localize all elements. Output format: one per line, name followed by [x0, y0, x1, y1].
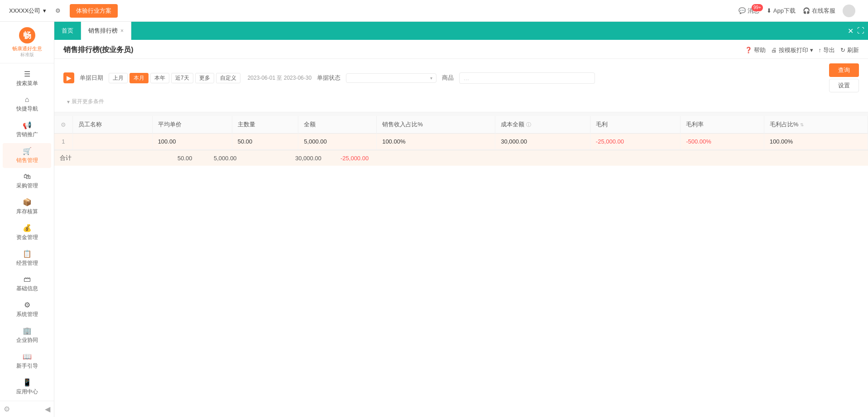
sidebar-item-label: 库存核算: [16, 208, 38, 216]
footer-label: 合计: [60, 154, 136, 162]
cell-total: 5,000.00: [298, 134, 377, 150]
status-label: 单据状态: [317, 74, 340, 82]
tab-bar-right: ✕ ⛶: [848, 27, 868, 35]
date-btn-上月[interactable]: 上月: [109, 73, 128, 83]
app-download-btn[interactable]: ⬇ App下载: [767, 7, 796, 15]
sidebar-item-label: 销售管理: [16, 157, 38, 164]
cost-info-icon[interactable]: ⓘ: [526, 122, 531, 127]
print-template-btn[interactable]: 🖨 按模板打印 ▾: [771, 46, 813, 54]
tab-close-icon[interactable]: ×: [120, 28, 124, 34]
avatar[interactable]: [843, 5, 855, 17]
sidebar-item-label: 系统管理: [16, 311, 38, 318]
sidebar-item-system[interactable]: ⚙ 系统管理: [3, 297, 51, 322]
date-btn-更多[interactable]: 更多: [195, 73, 214, 83]
sidebar-item-finance[interactable]: 💰 资金管理: [3, 220, 51, 245]
date-btn-近7天[interactable]: 近7天: [171, 73, 193, 83]
page-actions: ❓ 帮助 🖨 按模板打印 ▾ ↑ 导出 ↻ 刷新: [745, 46, 859, 54]
gross-pct-sort-icon[interactable]: ⇅: [800, 122, 804, 127]
sidebar-item-apps[interactable]: 📱 应用中心: [3, 374, 51, 399]
chevron-down-icon: ▾: [43, 7, 46, 14]
purchase-icon: 🛍: [24, 173, 31, 181]
trial-button[interactable]: 体验行业方案: [70, 4, 118, 18]
help-btn[interactable]: ❓ 帮助: [745, 46, 766, 54]
footer-total: 5,000.00: [208, 155, 254, 162]
date-btn-自定义[interactable]: 自定义: [216, 73, 240, 83]
sidebar-item-search[interactable]: ☰ 搜索菜单: [3, 66, 51, 91]
tab-bar: 首页 销售排行榜 × ✕ ⛶: [54, 22, 868, 40]
sidebar-item-label: 营销推广: [16, 131, 38, 139]
col-name: 员工名称: [72, 116, 152, 134]
col-settings[interactable]: ⚙: [54, 116, 72, 134]
message-btn[interactable]: 💬 消息 99+: [739, 7, 759, 15]
sidebar-item-inventory[interactable]: 📦 库存核算: [3, 194, 51, 219]
sidebar-item-enterprise[interactable]: 🏢 企业协同: [3, 323, 51, 348]
cell-sales-pct: 100.00%: [377, 134, 495, 150]
sidebar-item-label: 新手引导: [16, 362, 38, 370]
sidebar-item-shortcut[interactable]: ⌂ 快捷导航: [3, 92, 51, 116]
online-service-btn[interactable]: 🎧 在线客服: [803, 7, 835, 15]
sidebar-item-label: 经营管理: [16, 259, 38, 267]
status-select[interactable]: ▾: [346, 73, 436, 83]
refresh-btn[interactable]: ↻ 刷新: [840, 46, 859, 54]
sidebar-item-operations[interactable]: 📋 经营管理: [3, 246, 51, 271]
cell-gross-rate: -500.00%: [681, 134, 764, 150]
system-icon: ⚙: [24, 301, 30, 309]
inventory-icon: 📦: [23, 198, 32, 206]
message-badge: 99+: [752, 4, 763, 11]
sidebar-item-marketing[interactable]: 📢 营销推广: [3, 117, 51, 142]
sidebar-item-guide[interactable]: 📖 新手引导: [3, 349, 51, 374]
sidebar: 畅 畅康通好生意 标准版 ☰ 搜索菜单⌂ 快捷导航📢 营销推广🛒 销售管理🛍 采…: [0, 22, 54, 417]
company-selector[interactable]: XXXXX公司 ▾: [5, 5, 50, 17]
sales-icon: 🛒: [23, 147, 32, 155]
cell-qty: 50.00: [232, 134, 298, 150]
goods-input[interactable]: …: [459, 72, 595, 84]
expand-chevron-icon: ▾: [67, 99, 70, 105]
sidebar-item-purchase[interactable]: 🛍 采购管理: [3, 169, 51, 193]
date-range-text: 2023-06-01 至 2023-06-30: [248, 74, 312, 82]
sidebar-item-basic[interactable]: 🗃 基础信息: [3, 272, 51, 296]
data-table: ⚙ 员工名称 平均单价 主数量 全额: [54, 116, 868, 150]
logo-icon: 畅: [19, 27, 35, 43]
export-icon: ↑: [819, 47, 822, 53]
help-icon: ❓: [745, 47, 752, 53]
cell-avg-price: 100.00: [152, 134, 232, 150]
print-chevron-icon: ▾: [810, 47, 813, 53]
col-cost: 成本全额 ⓘ: [495, 116, 590, 134]
export-btn[interactable]: ↑ 导出: [819, 46, 835, 54]
date-btn-本月[interactable]: 本月: [129, 73, 149, 83]
col-gross: 毛利: [590, 116, 680, 134]
collapse-icon[interactable]: ◀: [45, 405, 50, 413]
col-settings-icon[interactable]: ⚙: [61, 121, 66, 128]
close-window-icon[interactable]: ✕: [848, 27, 854, 35]
print-icon: 🖨: [771, 47, 777, 53]
refresh-icon: ↻: [840, 47, 845, 53]
date-btn-本年[interactable]: 本年: [150, 73, 169, 83]
goods-input-placeholder: …: [463, 75, 591, 81]
sidebar-nav: ☰ 搜索菜单⌂ 快捷导航📢 营销推广🛒 销售管理🛍 采购管理📦 库存核算💰 资金…: [0, 63, 54, 401]
sidebar-item-label: 快捷导航: [16, 105, 38, 113]
query-button[interactable]: 查询: [829, 63, 859, 77]
maximize-icon[interactable]: ⛶: [857, 27, 864, 35]
table-footer: 合计 50.00 5,000.00 30,000.00 -25,000.00: [54, 150, 868, 166]
filter-toggle-btn[interactable]: ▶: [63, 72, 74, 83]
sidebar-item-label: 企业协同: [16, 336, 38, 344]
cell-rank: 1: [54, 134, 72, 150]
guide-icon: 📖: [23, 352, 32, 361]
tab-sales-ranking[interactable]: 销售排行榜 ×: [81, 22, 131, 40]
search-icon: ☰: [24, 70, 30, 78]
settings-button[interactable]: 设置: [829, 79, 859, 92]
footer-cost: 30,000.00: [290, 155, 335, 162]
settings-bottom-icon[interactable]: ⚙: [4, 405, 10, 413]
expand-more-btn[interactable]: ▾ 展开更多条件: [63, 96, 859, 107]
message-icon: 💬: [739, 7, 746, 14]
table-header-row: ⚙ 员工名称 平均单价 主数量 全额: [54, 116, 868, 134]
sidebar-bottom: ⚙ ◀: [0, 401, 54, 417]
sidebar-item-label: 基础信息: [16, 285, 38, 292]
sidebar-item-sales[interactable]: 🛒 销售管理: [3, 143, 51, 168]
filter-row-1: ▶ 单据日期 上月本月本年近7天更多自定义 2023-06-01 至 2023-…: [63, 63, 859, 92]
tab-home[interactable]: 首页: [54, 22, 81, 40]
date-label: 单据日期: [80, 74, 103, 82]
settings-icon[interactable]: ⚙: [52, 5, 64, 17]
headset-icon: 🎧: [803, 7, 810, 14]
enterprise-icon: 🏢: [23, 326, 32, 335]
